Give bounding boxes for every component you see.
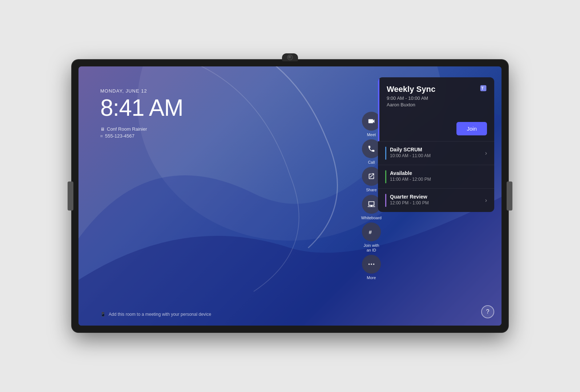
room-phone: ⌗ 555-123-4567 [100,133,183,139]
join-button[interactable]: Join [456,122,487,135]
share-label: Share [366,188,376,192]
clock-area: MONDAY, JUNE 12 8:41 AM 🖥 Conf Room Rain… [100,88,183,139]
camera-lens [287,54,293,60]
svg-text:T: T [481,86,484,90]
meeting-accent-blue [385,147,386,160]
bottom-hint: 📱 Add this room to a meeting with your p… [100,312,211,317]
join-id-label: Join with an ID [363,243,379,253]
meeting-item-left-2: Available 11:00 AM - 12:00 PM [385,170,431,183]
calendar-panel: Weekly Sync T 9:00 AM - 10:00 AM Aaron B… [378,77,494,212]
help-icon: ? [486,309,490,315]
svg-text:#: # [369,229,372,235]
daily-scrum-time: 10:00 AM - 11:00 AM [390,153,431,158]
join-with-id-button[interactable]: # Join with an ID [362,222,381,253]
current-meeting-organizer: Aaron Buxton [387,102,487,107]
tv-stand-right [507,181,512,211]
meeting-info-2: Available 11:00 AM - 12:00 PM [390,170,431,183]
meeting-item-available[interactable]: Available 11:00 AM - 12:00 PM [378,165,494,188]
chevron-right-icon-3: › [485,197,487,204]
quarter-review-time: 12:00 PM - 1:00 PM [390,200,429,205]
meeting-accent-purple [385,194,386,207]
phone-icon: ⌗ [100,134,103,139]
tv-stand-left [68,181,73,211]
meeting-item-quarter-review[interactable]: Quarter Review 12:00 PM - 1:00 PM › [378,188,494,212]
meeting-info: Daily SCRUM 10:00 AM - 11:00 AM [390,147,431,160]
help-button[interactable]: ? [481,305,494,318]
join-id-icon-circle: # [362,222,381,241]
tv-frame: MONDAY, JUNE 12 8:41 AM 🖥 Conf Room Rain… [72,60,508,332]
more-icon-circle [362,255,381,274]
available-title: Available [390,170,431,176]
meeting-info-3: Quarter Review 12:00 PM - 1:00 PM [390,194,429,207]
call-label: Call [368,160,375,165]
available-time: 11:00 AM - 12:00 PM [390,177,431,182]
camera-bump [282,53,298,61]
svg-point-4 [373,264,374,265]
quarter-review-title: Quarter Review [390,194,429,200]
hint-icon: 📱 [100,312,106,317]
teams-icon: T [480,85,487,94]
more-label: More [367,275,376,280]
monitor-icon: 🖥 [100,127,105,132]
meeting-accent-green [385,170,386,183]
room-info: 🖥 Conf Room Rainier ⌗ 555-123-4567 [100,126,183,139]
meeting-header: Weekly Sync T [387,85,487,94]
current-meeting-time: 9:00 AM - 10:00 AM [387,95,487,101]
more-button[interactable]: More [362,255,381,280]
device-wrapper: MONDAY, JUNE 12 8:41 AM 🖥 Conf Room Rain… [72,60,508,332]
svg-point-3 [371,264,372,265]
whiteboard-label: Whiteboard [361,215,382,220]
hint-text: Add this room to a meeting with your per… [109,312,211,317]
meeting-item-daily-scrum[interactable]: Daily SCRUM 10:00 AM - 11:00 AM › [378,141,494,165]
svg-point-2 [368,264,370,265]
meeting-item-left: Daily SCRUM 10:00 AM - 11:00 AM [385,147,431,160]
date-display: MONDAY, JUNE 12 [100,88,183,94]
daily-scrum-title: Daily SCRUM [390,147,431,152]
current-meeting-card: Weekly Sync T 9:00 AM - 10:00 AM Aaron B… [378,77,494,141]
meet-label: Meet [367,132,376,137]
chevron-right-icon: › [485,150,487,156]
room-name: 🖥 Conf Room Rainier [100,126,183,132]
screen: MONDAY, JUNE 12 8:41 AM 🖥 Conf Room Rain… [78,66,502,326]
time-display: 8:41 AM [100,95,183,121]
current-meeting-title: Weekly Sync [387,85,435,94]
meeting-item-left-3: Quarter Review 12:00 PM - 1:00 PM [385,194,429,207]
